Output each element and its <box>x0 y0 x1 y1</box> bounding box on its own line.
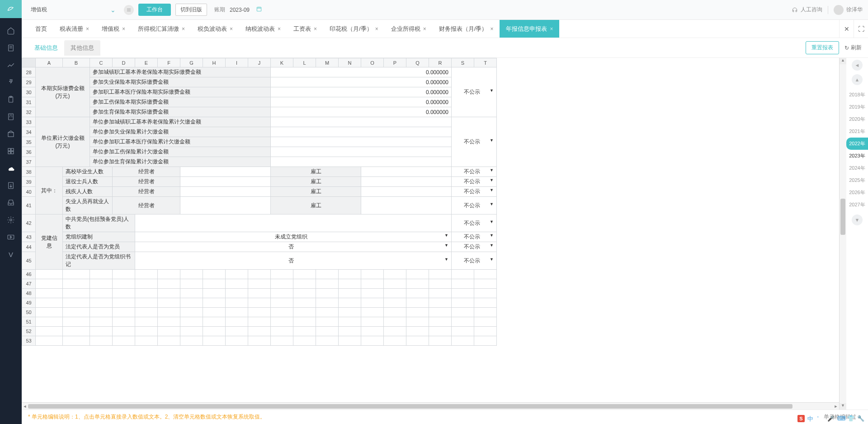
cell[interactable] <box>226 298 248 308</box>
row-header[interactable]: 53 <box>22 336 36 346</box>
cell[interactable] <box>36 317 63 327</box>
nav-settings-icon[interactable] <box>6 215 15 224</box>
col-header[interactable]: F <box>158 58 180 67</box>
row-header[interactable]: 40 <box>22 187 36 197</box>
cell[interactable]: 0.000000 <box>271 107 452 117</box>
rail-down-icon[interactable]: ▼ <box>852 214 863 225</box>
cell[interactable] <box>474 270 497 279</box>
cell[interactable] <box>452 336 474 346</box>
cell[interactable] <box>271 327 293 336</box>
cell[interactable] <box>361 177 452 187</box>
cell[interactable] <box>63 270 90 279</box>
year-item[interactable]: 2021年 <box>846 125 868 138</box>
cell[interactable] <box>226 336 248 346</box>
cell[interactable] <box>203 308 226 317</box>
cell[interactable] <box>316 336 339 346</box>
cell[interactable] <box>226 289 248 298</box>
cell[interactable] <box>63 317 90 327</box>
nav-cloud-icon[interactable] <box>6 164 15 173</box>
cell[interactable]: 退役士兵人数 <box>63 177 113 187</box>
cell[interactable] <box>226 279 248 289</box>
tray-tool-icon[interactable]: 🔧 <box>857 415 864 422</box>
cell[interactable]: 否▼ <box>135 252 452 270</box>
tab-close-icon[interactable]: × <box>423 26 426 32</box>
cell[interactable] <box>135 327 158 336</box>
tab-close-icon[interactable]: × <box>490 26 493 32</box>
year-item[interactable]: 2026年 <box>846 186 868 199</box>
cell[interactable]: 单位参加城镇职工基本养老保险累计欠缴金额 <box>90 117 271 127</box>
cell[interactable] <box>474 336 497 346</box>
year-item[interactable]: 2022年 <box>846 138 868 150</box>
col-header[interactable]: P <box>384 58 406 67</box>
tab-close-icon[interactable]: × <box>86 26 89 32</box>
cell[interactable]: 不公示▼ <box>452 242 497 252</box>
cell[interactable] <box>474 279 497 289</box>
col-header[interactable]: L <box>293 58 316 67</box>
row-header[interactable]: 36 <box>22 147 36 157</box>
row-header[interactable]: 39 <box>22 177 36 187</box>
cell[interactable]: 单位参加职工基本医疗保险累计欠缴金额 <box>90 137 271 147</box>
nav-calc-icon[interactable] <box>6 112 15 121</box>
cell[interactable] <box>293 289 316 298</box>
cell[interactable] <box>180 317 203 327</box>
nav-export-icon[interactable] <box>6 181 15 190</box>
cell[interactable]: 雇工 <box>271 197 361 214</box>
cell[interactable] <box>226 270 248 279</box>
cell[interactable]: 单位参加失业保险累计欠缴金额 <box>90 127 271 137</box>
cell[interactable] <box>90 308 113 317</box>
cell[interactable] <box>158 270 180 279</box>
cell[interactable] <box>316 270 339 279</box>
cell[interactable] <box>406 289 429 298</box>
cell[interactable] <box>180 308 203 317</box>
cell[interactable] <box>406 298 429 308</box>
cell[interactable] <box>406 270 429 279</box>
row-header[interactable]: 42 <box>22 214 36 232</box>
cell[interactable] <box>361 279 384 289</box>
cell[interactable]: 党组织建制 <box>63 232 135 242</box>
cell[interactable] <box>429 298 452 308</box>
cell[interactable] <box>452 298 474 308</box>
cell[interactable] <box>180 289 203 298</box>
cell[interactable] <box>452 327 474 336</box>
cell[interactable] <box>36 289 63 298</box>
cell[interactable] <box>361 327 384 336</box>
cell[interactable] <box>36 308 63 317</box>
row-header[interactable]: 51 <box>22 317 36 327</box>
cell[interactable] <box>90 317 113 327</box>
cell[interactable] <box>293 308 316 317</box>
tab-10[interactable]: 年报信息申报表× <box>500 20 559 38</box>
cell[interactable] <box>452 317 474 327</box>
cell[interactable] <box>158 298 180 308</box>
cell[interactable]: 其中： <box>36 167 63 214</box>
cell[interactable]: 单位参加生育保险累计欠缴金额 <box>90 157 271 167</box>
nav-doc-icon[interactable] <box>6 43 15 52</box>
cell[interactable] <box>180 197 271 214</box>
user-menu[interactable]: 徐泽华 <box>834 5 863 15</box>
rail-up-icon[interactable]: ▲ <box>852 74 863 85</box>
cell[interactable]: 不公示▼ <box>452 177 497 187</box>
row-header[interactable]: 43 <box>22 232 36 242</box>
tab-9[interactable]: 财务报表（月/季）× <box>433 20 500 38</box>
col-header[interactable]: A <box>36 58 63 67</box>
refresh-button[interactable]: ↻ 刷新 <box>844 44 862 52</box>
cell[interactable] <box>293 327 316 336</box>
cell[interactable] <box>293 298 316 308</box>
col-header[interactable]: K <box>271 58 293 67</box>
cell[interactable]: 不公示▼ <box>452 167 497 177</box>
cell[interactable] <box>316 298 339 308</box>
cell[interactable] <box>452 308 474 317</box>
cell[interactable] <box>339 270 361 279</box>
cell[interactable] <box>271 127 452 137</box>
cell[interactable]: 雇工 <box>271 187 361 197</box>
row-header[interactable]: 49 <box>22 298 36 308</box>
cell[interactable]: 否▼ <box>135 242 452 252</box>
cell[interactable]: 参加工伤保险本期实际缴费金额 <box>90 97 271 107</box>
cell[interactable] <box>180 327 203 336</box>
cell[interactable] <box>293 279 316 289</box>
cell[interactable] <box>271 279 293 289</box>
cell[interactable] <box>63 279 90 289</box>
cell[interactable] <box>316 327 339 336</box>
cell[interactable]: 不公示▼ <box>452 67 497 117</box>
cell[interactable] <box>316 317 339 327</box>
cell[interactable]: 单位累计欠缴金额(万元) <box>36 117 90 167</box>
